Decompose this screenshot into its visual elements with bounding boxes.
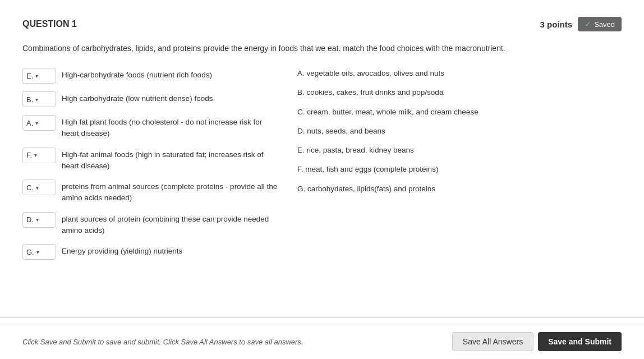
match-item-text: Energy providing (yielding) nutrients: [62, 244, 182, 257]
right-item: C. cream, butter, meat, whole milk, and …: [297, 107, 622, 118]
right-item: G. carbohydates, lipids(fats) and protei…: [297, 183, 622, 195]
answer-label: D.: [26, 215, 34, 224]
match-row: G.▾Energy providing (yielding) nutrients: [22, 244, 280, 260]
answer-label: A.: [26, 119, 33, 127]
match-item-text: proteins from animal sources (complete p…: [62, 180, 280, 204]
save-submit-button[interactable]: Save and Submit: [538, 332, 622, 351]
match-row: E.▾High-carbohydrate foods (nutrient ric…: [22, 68, 280, 84]
answer-dropdown-wrapper[interactable]: E.▾: [22, 68, 56, 84]
question-title: QUESTION 1: [22, 19, 77, 29]
answer-label: E.: [26, 72, 33, 80]
match-item-text: High-carbohydrate foods (nutrient rich f…: [62, 68, 212, 81]
answer-dropdown-wrapper[interactable]: G.▾: [22, 244, 56, 260]
answer-dropdown-wrapper[interactable]: A.▾: [22, 115, 56, 131]
footer: Click Save and Submit to save and submit…: [0, 324, 644, 359]
saved-label: Saved: [594, 20, 615, 29]
chevron-down-icon: ▾: [36, 249, 39, 255]
question-text: Combinations of carbohydrates, lipids, a…: [22, 43, 516, 54]
chevron-down-icon: ▾: [34, 152, 37, 158]
left-column: E.▾High-carbohydrate foods (nutrient ric…: [22, 68, 280, 268]
match-item-text: plant sources of protein (combining thes…: [62, 212, 280, 237]
match-row: C.▾proteins from animal sources (complet…: [22, 180, 280, 204]
matching-area: E.▾High-carbohydrate foods (nutrient ric…: [22, 68, 622, 268]
match-row: D.▾plant sources of protein (combining t…: [22, 212, 280, 237]
points-area: 3 points ✓ Saved: [540, 17, 622, 31]
chevron-down-icon: ▾: [36, 185, 39, 191]
chevron-down-icon: ▾: [36, 217, 39, 223]
match-item-text: High fat plant foods (no cholesterol - d…: [62, 115, 280, 140]
right-item: B. cookies, cakes, fruit drinks and pop/…: [297, 87, 622, 98]
question-header: QUESTION 1 3 points ✓ Saved: [22, 17, 622, 31]
check-icon: ✓: [585, 20, 591, 29]
answer-dropdown-wrapper[interactable]: F.▾: [22, 148, 56, 163]
right-item: D. nuts, seeds, and beans: [297, 126, 622, 137]
right-item: A. vegetable oils, avocados, olives and …: [297, 68, 622, 79]
answer-label: F.: [26, 151, 32, 159]
footer-buttons: Save All Answers Save and Submit: [452, 332, 622, 351]
answer-label: C.: [26, 183, 34, 192]
save-all-button[interactable]: Save All Answers: [452, 332, 533, 351]
points-label: 3 points: [540, 20, 573, 29]
right-item: E. rice, pasta, bread, kidney beans: [297, 145, 622, 156]
right-column: A. vegetable oils, avocados, olives and …: [297, 68, 622, 268]
match-row: F.▾High-fat animal foods (high in satura…: [22, 148, 280, 172]
match-row: B.▾High carbohydrate (low nutrient dense…: [22, 91, 280, 107]
chevron-down-icon: ▾: [35, 96, 38, 103]
right-item: F. meat, fish and eggs (complete protein…: [297, 164, 622, 175]
answer-dropdown-wrapper[interactable]: C.▾: [22, 180, 56, 195]
answer-label: B.: [26, 95, 33, 104]
answer-label: G.: [26, 248, 34, 256]
chevron-down-icon: ▾: [35, 120, 38, 126]
match-item-text: High carbohydrate (low nutrient dense) f…: [62, 91, 213, 104]
divider: [0, 317, 644, 318]
saved-badge: ✓ Saved: [578, 17, 622, 31]
answer-dropdown-wrapper[interactable]: B.▾: [22, 91, 56, 107]
answer-dropdown-wrapper[interactable]: D.▾: [22, 212, 56, 228]
match-row: A.▾High fat plant foods (no cholesterol …: [22, 115, 280, 140]
match-item-text: High-fat animal foods (high in saturated…: [62, 148, 280, 172]
footer-instruction: Click Save and Submit to save and submit…: [22, 338, 303, 346]
chevron-down-icon: ▾: [35, 73, 38, 79]
